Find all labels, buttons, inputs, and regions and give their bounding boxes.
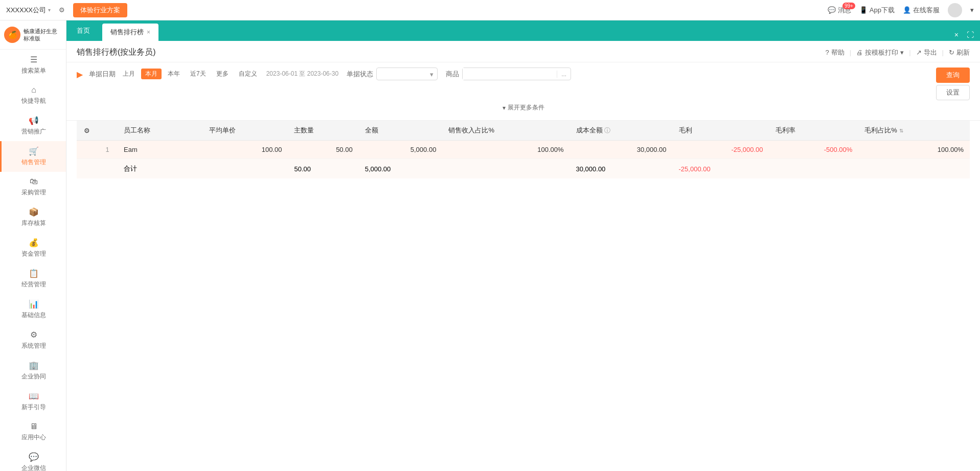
query-button[interactable]: 查询 xyxy=(936,68,970,83)
purchase-icon: 🛍 xyxy=(30,177,38,186)
company-name: XXXXXX公司 xyxy=(6,6,46,15)
sidebar-item-operations[interactable]: 📋 经营管理 xyxy=(0,263,66,294)
page-content: 销售排行榜(按业务员) ? 帮助 | 🖨 按模板打印 ▾ | ↗ xyxy=(66,41,980,471)
filter-row-1: 单据日期 上月 本月 本年 近7天 更多 自定义 2023-06-01 至 20… xyxy=(89,68,930,80)
sidebar-item-label: 企业协同 xyxy=(21,372,46,381)
main-layout: 🍊 畅康通好生意 标准版 ☰ 搜索菜单 ⌂ 快捷导航 📢 营销推广 🛒 销售管理… xyxy=(0,20,980,471)
sidebar-item-label: 营销推广 xyxy=(21,127,46,136)
tab-home[interactable]: 首页 xyxy=(66,20,100,41)
sidebar-item-label: 搜索菜单 xyxy=(21,66,46,75)
status-select[interactable] xyxy=(376,68,438,80)
tab-minimize-icon[interactable]: × xyxy=(952,29,961,41)
top-right-area: 💬 消息 99+ 📱 App下载 👤 在线客服 ▾ xyxy=(828,3,974,17)
date-range: 2023-06-01 至 2023-06-30 xyxy=(266,70,338,78)
company-selector[interactable]: XXXXXX公司 ▾ xyxy=(6,6,51,15)
footer-qty: 50.00 xyxy=(288,159,358,179)
sidebar-item-label: 经营管理 xyxy=(21,280,46,289)
export-btn[interactable]: ↗ 导出 xyxy=(916,48,937,57)
sidebar-item-sales[interactable]: 🛒 销售管理 xyxy=(0,141,66,172)
refresh-icon: ↻ xyxy=(949,49,954,56)
expand-label: 展开更多条件 xyxy=(508,103,544,112)
filter-area: ▶ 单据日期 上月 本月 本年 近7天 更多 xyxy=(66,62,980,121)
footer-cost: 30,000.00 xyxy=(570,159,673,179)
goods-input-more[interactable]: ... xyxy=(557,71,571,78)
sidebar-item-basic[interactable]: 📊 基础信息 xyxy=(0,294,66,325)
appstore-icon: 🖥 xyxy=(30,422,38,431)
user-chevron-icon: ▾ xyxy=(970,6,974,14)
gross-pct-sort-icon[interactable]: ⇅ xyxy=(899,128,903,133)
user-menu[interactable]: ▾ xyxy=(970,6,974,14)
date-tab-last7days[interactable]: 近7天 xyxy=(186,69,210,79)
date-tab-this-month[interactable]: 本月 xyxy=(141,69,162,79)
row-name: Eam xyxy=(118,141,203,159)
sidebar-item-appstore[interactable]: 🖥 应用中心 xyxy=(0,417,66,447)
row-sales-pct: 100.00% xyxy=(442,141,569,159)
date-tab-custom[interactable]: 自定义 xyxy=(235,69,261,79)
sidebar-item-system[interactable]: ⚙ 系统管理 xyxy=(0,325,66,355)
template-print-btn[interactable]: 🖨 按模板打印 ▾ xyxy=(856,48,904,57)
status-select-wrap[interactable] xyxy=(376,68,438,80)
sidebar-logo: 🍊 畅康通好生意 标准版 xyxy=(0,20,66,50)
date-label: 单据日期 xyxy=(89,70,116,79)
tab-expand-icon[interactable]: ⛶ xyxy=(965,29,976,41)
date-tab-prev-month[interactable]: 上月 xyxy=(119,69,139,79)
col-amount: 全额 xyxy=(359,121,443,141)
expand-more-btn[interactable]: ▾ 展开更多条件 xyxy=(503,103,544,112)
online-service-btn[interactable]: 👤 在线客服 xyxy=(903,6,940,15)
sidebar-item-label: 新手引导 xyxy=(21,403,46,412)
message-btn[interactable]: 💬 消息 99+ xyxy=(828,6,851,15)
sidebar-item-label: 销售管理 xyxy=(21,158,46,167)
date-tab-more[interactable]: 更多 xyxy=(212,69,233,79)
cost-help-icon[interactable]: ⓘ xyxy=(604,127,610,134)
operations-icon: 📋 xyxy=(29,268,39,278)
basic-icon: 📊 xyxy=(29,299,39,309)
col-gross-pct: 毛利占比% ⇅ xyxy=(858,121,970,141)
goods-label: 商品 xyxy=(446,70,459,79)
col-setting[interactable]: ⚙ xyxy=(77,121,97,141)
sidebar-item-label: 资金管理 xyxy=(21,250,46,258)
avatar[interactable] xyxy=(948,3,962,17)
sidebar-item-marketing[interactable]: 📢 营销推广 xyxy=(0,110,66,141)
sidebar-item-quick-nav[interactable]: ⌂ 快捷导航 xyxy=(0,80,66,110)
settings-icon[interactable]: ⚙ xyxy=(55,3,69,17)
page-header: 销售排行榜(按业务员) ? 帮助 | 🖨 按模板打印 ▾ | ↗ xyxy=(66,41,980,62)
goods-input[interactable] xyxy=(463,68,557,80)
row-rank: 1 xyxy=(97,141,118,159)
data-table: ⚙ 员工名称 平均单价 主数量 全额 销售收入占比% 成本全额 ⓘ xyxy=(77,121,970,178)
page-actions: ? 帮助 | 🖨 按模板打印 ▾ | ↗ 导出 | xyxy=(826,48,970,57)
filter-collapse-arrow[interactable]: ▶ xyxy=(77,70,83,79)
table-header-row: ⚙ 员工名称 平均单价 主数量 全额 销售收入占比% 成本全额 ⓘ xyxy=(77,121,970,141)
tab-bar: 首页 销售排行榜 × × ⛶ xyxy=(66,20,980,41)
sidebar-item-finance[interactable]: 💰 资金管理 xyxy=(0,233,66,263)
finance-icon: 💰 xyxy=(29,238,39,248)
export-icon: ↗ xyxy=(916,49,922,56)
message-badge: 99+ xyxy=(842,3,855,9)
row-cost: 30,000.00 xyxy=(570,141,673,159)
sidebar-item-search-order[interactable]: ☰ 搜索菜单 xyxy=(0,50,66,80)
divider: | xyxy=(850,49,851,56)
table-area: ⚙ 员工名称 平均单价 主数量 全额 销售收入占比% 成本全额 ⓘ xyxy=(66,121,980,471)
sidebar-item-inventory[interactable]: 📦 库存核算 xyxy=(0,202,66,233)
sidebar-item-guide[interactable]: 📖 新手引导 xyxy=(0,386,66,417)
sidebar-item-wechat[interactable]: 💬 企业微信 xyxy=(0,447,66,471)
logo-icon: 🍊 xyxy=(4,27,20,43)
guide-icon: 📖 xyxy=(29,391,39,401)
date-tabs: 上月 本月 本年 近7天 更多 自定义 xyxy=(119,69,261,79)
system-icon: ⚙ xyxy=(30,330,37,340)
col-qty: 主数量 xyxy=(288,121,358,141)
sidebar-item-enterprise[interactable]: 🏢 企业协同 xyxy=(0,355,66,386)
date-tab-this-year[interactable]: 本年 xyxy=(164,69,184,79)
refresh-btn[interactable]: ↻ 刷新 xyxy=(949,48,970,57)
sidebar-item-purchase[interactable]: 🛍 采购管理 xyxy=(0,172,66,202)
sidebar-item-label: 采购管理 xyxy=(21,188,46,197)
help-icon: ? xyxy=(826,49,829,56)
goods-input-wrap: ... xyxy=(462,68,571,80)
tab-close-icon[interactable]: × xyxy=(147,29,150,36)
trial-button[interactable]: 体验行业方案 xyxy=(73,3,127,17)
footer-amount: 5,000.00 xyxy=(359,159,443,179)
settings-button[interactable]: 设置 xyxy=(936,85,970,100)
app-download-btn[interactable]: 📱 App下载 xyxy=(859,6,895,15)
sidebar-item-label: 企业微信 xyxy=(21,464,46,471)
tab-sales-ranking[interactable]: 销售排行榜 × xyxy=(102,24,158,41)
help-btn[interactable]: ? 帮助 xyxy=(826,48,845,57)
